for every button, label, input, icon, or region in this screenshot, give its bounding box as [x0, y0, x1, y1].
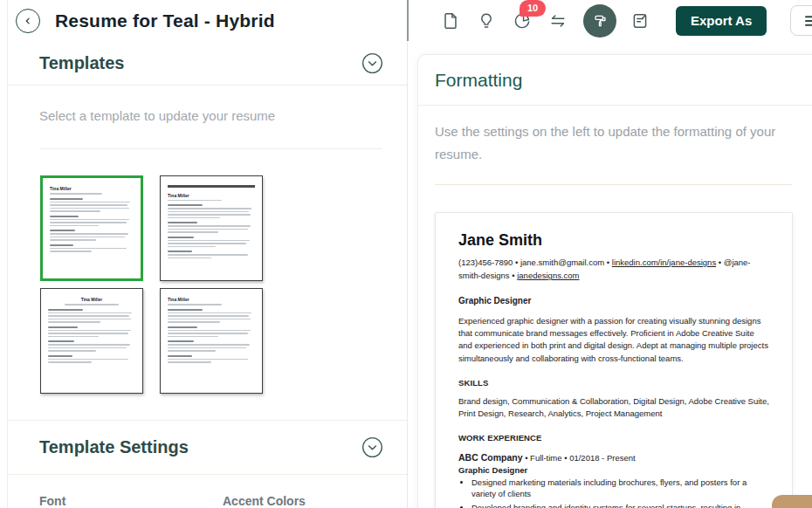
chevron-down-circle-icon [361, 436, 383, 458]
job-bullet: Designed marketing materials including b… [471, 477, 769, 500]
thumbnail-text-line [168, 355, 192, 357]
template-thumbnail-preview: Tina Miller [43, 178, 141, 252]
document-icon[interactable] [440, 10, 461, 31]
thumbnail-text-line [50, 193, 102, 195]
templates-title: Templates [39, 53, 124, 73]
thumbnail-text-line [168, 333, 248, 334]
templates-collapse-button[interactable] [361, 52, 383, 75]
thumbnail-text-line [168, 214, 251, 216]
job-bullet: Developed branding and identity systems … [471, 503, 769, 508]
thumbnail-text-line [168, 315, 249, 317]
swap-arrows-icon[interactable] [547, 10, 568, 31]
resume-contact-link[interactable]: linkedin.com/in/jane-designs [612, 257, 716, 267]
template-thumbnail[interactable]: Tina Miller [160, 288, 263, 394]
thumbnail-text-line [50, 216, 79, 217]
thumbnail-resume-name: Tina Miller [168, 297, 255, 302]
thumbnail-text-line [48, 326, 78, 328]
accent-colors-field-group: Accent Colors [223, 494, 389, 508]
template-grid: Tina MillerTina MillerTina MillerTina Mi… [8, 149, 407, 394]
lightbulb-icon[interactable] [476, 10, 497, 31]
hamburger-icon [805, 15, 812, 27]
formatting-description: Use the settings on the left to update t… [418, 106, 812, 167]
thumbnail-text-line [168, 231, 218, 233]
thumbnail-text-line [168, 200, 222, 202]
thumbnail-text-line [48, 312, 132, 314]
thumbnail-text-line [50, 202, 130, 203]
template-thumbnail[interactable]: Tina Miller [160, 175, 263, 281]
thumbnail-text-line [168, 229, 248, 230]
thumbnail-text-line [48, 340, 74, 342]
resume-contact-text: (123)456-7890 [458, 257, 513, 267]
font-label: Font [39, 494, 202, 508]
note-icon[interactable] [630, 10, 650, 31]
back-button[interactable] [16, 9, 40, 33]
thumbnail-text-line [48, 309, 83, 311]
thumbnail-text-line [48, 336, 99, 338]
templates-subtitle: Select a template to update your resume [8, 86, 407, 123]
template-thumbnail[interactable]: Tina Miller [40, 288, 143, 394]
thumbnail-text-line [48, 347, 127, 349]
resume-job-entry: ABC Company • Full-time • 01/2018 - Pres… [458, 452, 769, 508]
thumbnail-text-line [48, 344, 130, 346]
thumbnail-text-line [168, 254, 248, 256]
resume-contact-text: jane.smith@gmail.com [520, 257, 604, 267]
thumbnail-text-line [168, 336, 218, 338]
divider [435, 184, 792, 185]
resume-preview: Jane Smith (123)456-7890 • jane.smith@gm… [435, 212, 793, 508]
template-thumbnail-preview: Tina Miller [161, 176, 262, 258]
thumbnail-text-line [168, 240, 250, 242]
chevron-down-circle-icon [361, 52, 383, 74]
thumbnail-text-line [50, 230, 75, 231]
export-as-button[interactable]: Export As [676, 6, 767, 36]
resume-job-title: Graphic Designer [458, 296, 769, 305]
job-role: Graphic Designer [458, 465, 769, 475]
thumbnail-text-line [48, 355, 72, 357]
resume-name: Jane Smith [458, 231, 769, 250]
thumbnail-text-line [168, 211, 249, 213]
thumbnail-text-line [168, 361, 211, 363]
template-thumbnail[interactable]: Tina Miller [40, 175, 143, 281]
thumbnail-text-line [50, 237, 125, 238]
template-settings-header: Template Settings [8, 421, 407, 475]
template-settings-collapse-button[interactable] [361, 436, 383, 459]
thumbnail-text-line [168, 251, 192, 252]
page-title: Resume for Teal - Hybrid [55, 10, 275, 31]
thumbnail-resume-name: Tina Miller [48, 297, 135, 302]
paint-roller-icon[interactable] [583, 4, 616, 38]
chat-widget-button[interactable] [772, 495, 812, 508]
thumbnail-text-line [168, 344, 250, 346]
thumbnail-text-line [168, 246, 216, 248]
thumbnail-resume-name: Tina Miller [50, 186, 134, 191]
thumbnail-top-rule [168, 185, 255, 188]
chevron-left-icon [22, 15, 34, 27]
menu-button[interactable]: Menu [790, 5, 812, 36]
resume-contact: (123)456-7890 • jane.smith@gmail.com • l… [458, 256, 769, 283]
template-thumbnail-preview: Tina Miller [161, 289, 262, 363]
thumbnail-text-line [48, 321, 100, 323]
left-panel: Resume for Teal - Hybrid Templates Selec… [8, 0, 408, 508]
resume-contact-link[interactable]: janedesigns.com [517, 271, 579, 280]
thumbnail-text-line [168, 312, 251, 314]
thumbnail-text-line [168, 350, 216, 352]
thumbnail-text-line [48, 319, 131, 320]
thumbnail-resume-name: Tina Miller [168, 193, 255, 198]
template-settings-fields: Font Accent Colors [8, 475, 407, 508]
thumbnail-text-line [168, 243, 246, 244]
top-toolbar: 10 Export As Menu [409, 0, 812, 41]
resume-builder-app: Resume for Teal - Hybrid Templates Selec… [0, 0, 812, 508]
accent-colors-label: Accent Colors [223, 494, 389, 508]
template-thumbnail-preview: Tina Miller [41, 289, 142, 363]
thumbnail-text-line [168, 326, 197, 328]
thumbnail-text-line [168, 321, 220, 323]
left-panel-header: Resume for Teal - Hybrid [8, 0, 407, 42]
thumbnail-text-line [168, 304, 222, 305]
templates-section-header: Templates [8, 42, 407, 86]
thumbnail-text-line [168, 359, 248, 360]
thumbnail-text-line [48, 330, 131, 332]
thumbnail-text-line [168, 257, 211, 259]
formatting-header: Formatting [418, 55, 812, 106]
thumbnail-text-line [168, 340, 194, 342]
pie-chart-icon[interactable]: 10 [512, 10, 533, 31]
thumbnail-text-line [48, 315, 129, 317]
resume-summary: Experienced graphic designer with a pass… [458, 315, 769, 365]
